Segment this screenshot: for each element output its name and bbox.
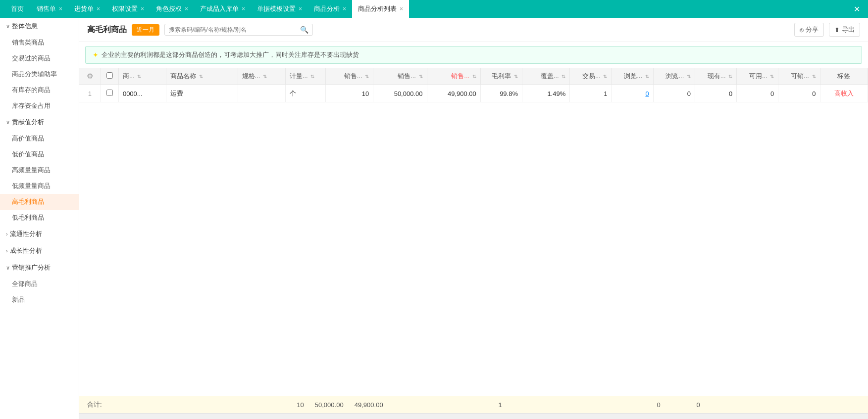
footer-stock2: 0	[625, 401, 664, 409]
close-window-button[interactable]: ✕	[850, 4, 864, 14]
row-checkbox[interactable]	[106, 90, 113, 96]
nav-tab-template-settings[interactable]: 单据模板设置 ×	[251, 0, 308, 18]
cell-browse2: 0	[653, 85, 695, 102]
th-browse1[interactable]: 浏览... ⇅	[612, 68, 653, 85]
close-tab-sales[interactable]: ×	[59, 5, 62, 12]
cell-num: 1	[79, 85, 101, 102]
close-tab-template-settings[interactable]: ×	[299, 5, 302, 12]
share-button[interactable]: ⎋ 分享	[794, 23, 824, 37]
sidebar-item-stock-fund-occupied[interactable]: 库存资金占用	[0, 98, 79, 114]
close-tab-role-permission[interactable]: ×	[185, 5, 188, 12]
th-check[interactable]	[101, 68, 118, 85]
nav-tab-sales[interactable]: 销售单 ×	[31, 0, 68, 18]
total-label: 合计:	[87, 400, 102, 409]
sort-icon-profit-rate: ⇅	[514, 74, 518, 79]
sidebar-section-flow-analysis[interactable]: › 流通性分析	[0, 226, 79, 242]
select-all-checkbox[interactable]	[106, 72, 113, 79]
th-stock1[interactable]: 现有... ⇅	[695, 68, 736, 85]
settings-icon[interactable]: ⚙	[87, 72, 93, 80]
sidebar-item-low-profit-goods[interactable]: 低毛利商品	[0, 210, 79, 226]
th-tag[interactable]: 标签	[820, 68, 868, 85]
nav-tab-product-analysis[interactable]: 商品分析 ×	[308, 0, 352, 18]
sidebar-section-growth-analysis[interactable]: › 成长性分析	[0, 242, 79, 259]
nav-tab-purchase[interactable]: 进货单 ×	[68, 0, 106, 18]
sort-icon-browse1: ⇅	[645, 74, 649, 79]
nav-tab-role-permission[interactable]: 角色授权 ×	[150, 0, 194, 18]
nav-home[interactable]: 首页	[4, 4, 31, 13]
th-unit[interactable]: 计量... ⇅	[285, 68, 325, 85]
close-tab-product-entry[interactable]: ×	[242, 5, 245, 12]
share-icon: ⎋	[800, 26, 804, 34]
search-box[interactable]: 🔍	[164, 24, 313, 36]
sort-icon-saleable: ⇅	[812, 74, 816, 79]
sidebar-section-marketing-analysis[interactable]: ∨ 营销推广分析	[0, 259, 79, 276]
page-title: 高毛利商品	[87, 25, 127, 35]
th-trans[interactable]: 交易... ⇅	[570, 68, 612, 85]
th-cover[interactable]: 覆盖... ⇅	[522, 68, 570, 85]
cell-saleable: 0	[778, 85, 820, 102]
th-name[interactable]: 商品名称 ⇅	[166, 68, 238, 85]
sidebar-item-high-profit-goods[interactable]: 高毛利商品	[0, 194, 79, 210]
sidebar-item-traded-goods[interactable]: 交易过的商品	[0, 50, 79, 66]
export-button[interactable]: ⬆ 导出	[829, 23, 860, 37]
close-tab-product-analysis-list[interactable]: ×	[400, 5, 403, 12]
footer-sales-cost: 49,900.00	[348, 401, 387, 409]
expand-arrow-flow: ›	[6, 231, 8, 237]
sidebar-item-high-freq-goods[interactable]: 高频量量商品	[0, 162, 79, 178]
cell-name: 运费	[166, 85, 238, 102]
sidebar-item-low-price-goods[interactable]: 低价值商品	[0, 146, 79, 162]
close-tab-product-analysis[interactable]: ×	[343, 5, 346, 12]
expand-arrow-marketing: ∨	[6, 265, 10, 271]
browse1-link[interactable]: 0	[645, 90, 649, 97]
sidebar-section-finance-analysis[interactable]: ∨ 贡献值分析	[0, 114, 79, 131]
th-sales-cost[interactable]: 销售... ⇅	[427, 68, 480, 85]
search-input[interactable]	[169, 26, 300, 33]
cell-sales-qty: 10	[325, 85, 373, 102]
cell-browse1[interactable]: 0	[612, 85, 653, 102]
sort-icon-browse2: ⇅	[687, 74, 691, 79]
th-saleable[interactable]: 可销... ⇅	[778, 68, 820, 85]
sort-icon-sales-cost: ⇅	[472, 74, 476, 79]
table-container[interactable]: ⚙ 商... ⇅ 商品名称 ⇅	[79, 68, 868, 396]
sidebar-item-classification-assist[interactable]: 商品分类辅助率	[0, 66, 79, 82]
th-code[interactable]: 商... ⇅	[118, 68, 166, 85]
nav-tab-product-analysis-list[interactable]: 商品分析列表 ×	[352, 0, 409, 18]
content-header: 高毛利商品 近一月 🔍 ⎋ 分享 ⬆ 导出	[79, 18, 868, 42]
th-settings[interactable]: ⚙	[79, 68, 101, 85]
th-sales-qty[interactable]: 销售... ⇅	[325, 68, 373, 85]
footer-saleable: 0	[664, 401, 704, 409]
sidebar-item-new-goods[interactable]: 新品	[0, 292, 79, 308]
cell-check[interactable]	[101, 85, 118, 102]
th-spec[interactable]: 规格... ⇅	[238, 68, 285, 85]
nav-tab-product-entry[interactable]: 产成品入库单 ×	[194, 0, 251, 18]
tip-icon: ✦	[93, 51, 99, 59]
sidebar-item-all-goods[interactable]: 全部商品	[0, 276, 79, 292]
sidebar-item-low-freq-goods[interactable]: 低频量量商品	[0, 178, 79, 194]
search-icon[interactable]: 🔍	[300, 26, 308, 34]
sidebar-item-high-price-goods[interactable]: 高价值商品	[0, 131, 79, 146]
cell-sales-amt: 50,000.00	[373, 85, 427, 102]
th-stock2[interactable]: 可用... ⇅	[737, 68, 778, 85]
sort-icon-sales-qty: ⇅	[365, 74, 369, 79]
footer-sales-qty: 10	[268, 401, 308, 409]
cell-stock2: 0	[737, 85, 778, 102]
th-sales-amt[interactable]: 销售... ⇅	[373, 68, 427, 85]
sidebar-item-in-stock-goods[interactable]: 有库存的商品	[0, 82, 79, 98]
close-tab-permission-settings[interactable]: ×	[141, 5, 144, 12]
cell-trans: 1	[570, 85, 612, 102]
export-icon: ⬆	[834, 26, 840, 34]
sidebar-item-sales-goods[interactable]: 销售类商品	[0, 35, 79, 50]
table-row: 1 0000... 运费 个 10 50,000.00 49,900.00 99…	[79, 85, 868, 102]
sidebar-section-overall[interactable]: ∨ 整体信息	[0, 18, 79, 35]
close-tab-purchase[interactable]: ×	[97, 5, 100, 12]
horizontal-scrollbar[interactable]	[79, 413, 868, 419]
sort-icon-sales-amt: ⇅	[419, 74, 423, 79]
th-browse2[interactable]: 浏览... ⇅	[653, 68, 695, 85]
cell-profit-rate: 99.8%	[480, 85, 522, 102]
period-button[interactable]: 近一月	[132, 24, 159, 36]
th-profit-rate[interactable]: 毛利率 ⇅	[480, 68, 522, 85]
table-header-row: ⚙ 商... ⇅ 商品名称 ⇅	[79, 68, 868, 85]
cell-stock1: 0	[695, 85, 736, 102]
cell-spec	[238, 85, 285, 102]
nav-tab-permission-settings[interactable]: 权限设置 ×	[106, 0, 150, 18]
